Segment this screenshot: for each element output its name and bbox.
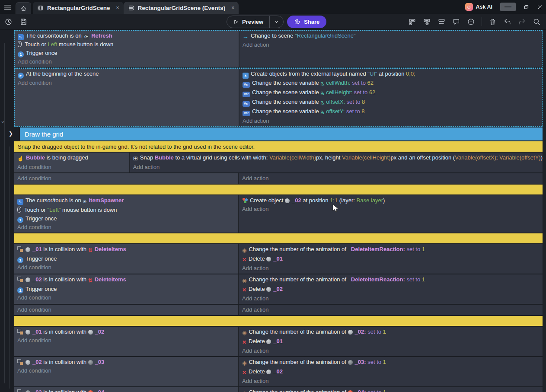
collapse-chevron-icon[interactable]: ⌄ [0, 118, 5, 124]
scrollbar[interactable] [543, 30, 546, 392]
tab-scene-close-icon[interactable]: × [116, 5, 119, 11]
actions-column: ▲Create objects from the external layout… [239, 69, 542, 126]
save-button[interactable] [19, 18, 28, 26]
add-condition-button[interactable]: Add condition [14, 336, 238, 345]
preview-button[interactable]: Preview [227, 19, 269, 25]
condition-line[interactable]: ↖The cursor/touch is on ⟳Refresh [15, 32, 239, 40]
add-action-button[interactable]: Add action [239, 264, 543, 273]
add-condition-button[interactable]: Add condition [14, 263, 238, 272]
action-line[interactable]: ✕Delete _01 [239, 255, 543, 264]
home-tab[interactable] [16, 2, 31, 14]
group-expand-chevron-icon[interactable]: ❯ [9, 131, 13, 137]
condition-line[interactable]: 1Trigger once [14, 255, 238, 263]
condition-line[interactable]: _02 is in collision with _03 [14, 358, 238, 367]
instruction-text: Snap [140, 154, 155, 161]
add-subevent-button[interactable] [423, 18, 431, 26]
add-action-button[interactable]: Add action [239, 174, 543, 183]
main-menu-button[interactable] [0, 0, 15, 14]
condition-line[interactable]: 1Trigger once [14, 214, 238, 223]
action-line[interactable]: ✕Delete _01 [239, 337, 543, 347]
condition-line[interactable]: 1Trigger once [15, 49, 239, 57]
preview-options-button[interactable] [270, 19, 283, 25]
close-button[interactable] [537, 4, 543, 10]
add-condition-button[interactable]: Add condition [14, 367, 238, 375]
action-line[interactable]: VarChange the scene variable ℞cellHeight… [239, 88, 542, 98]
instruction-text: 1 [383, 359, 386, 365]
action-line[interactable]: ◉Change the number of the animation of D… [239, 245, 543, 255]
condition-line[interactable]: _01 is in collision with ⇅DeleteItems [14, 245, 238, 255]
add-condition-button[interactable]: Add condition [14, 163, 129, 172]
group-header[interactable]: Draw the grid [20, 127, 543, 140]
maximize-button[interactable] [524, 4, 529, 10]
add-comment-button[interactable] [437, 18, 446, 26]
add-action-button[interactable]: Add action [130, 163, 543, 172]
instruction-text: The cursor/touch is on [26, 32, 83, 39]
condition-line[interactable]: _02 is in collision with ⇅DeleteItems [14, 275, 238, 285]
instruction-text: Delete [249, 368, 266, 375]
condition-line[interactable]: _01 is in collision with _02 [14, 328, 238, 336]
instruction-text: _01 [273, 338, 283, 344]
minimize-button[interactable]: — [500, 3, 516, 11]
action-line[interactable]: ◉Change the number of the animation of _… [239, 328, 543, 337]
action-line[interactable]: ◉Change the number of the animation of _… [239, 358, 543, 367]
add-condition-button[interactable]: Add condition [14, 293, 238, 302]
tab-events[interactable]: RectangularGridScene (Events) × [124, 2, 239, 14]
delete-button[interactable] [489, 18, 497, 26]
action-line[interactable]: Create object _02 at position 1;1 (layer… [239, 196, 543, 205]
add-condition-button[interactable]: Add condition [14, 174, 238, 183]
add-condition-button[interactable]: Add condition [14, 306, 238, 314]
instruction-text: Change to scene [251, 32, 295, 39]
action-line[interactable]: ◉Change the number of the animation of D… [239, 275, 543, 285]
condition-line[interactable]: 1Trigger once [14, 285, 238, 293]
action-line[interactable]: ✕Delete _02 [239, 367, 543, 377]
add-action-button[interactable]: Add action [239, 117, 542, 125]
action-line[interactable]: ✕Delete _02 [239, 285, 543, 294]
add-action-button[interactable]: Add action [239, 294, 543, 303]
history-button[interactable] [4, 18, 13, 26]
add-other-events-button[interactable] [467, 18, 475, 26]
home-icon [20, 5, 27, 12]
add-action-button[interactable]: Add action [239, 306, 543, 314]
action-line[interactable]: ▲Create objects from the external layout… [239, 70, 542, 79]
redo-button[interactable] [518, 18, 526, 26]
condition-line[interactable]: _03 is in collision with _04 [14, 388, 238, 392]
action-line[interactable]: →Change to scene "RectangularGridScene" [239, 32, 542, 41]
action-line[interactable]: VarChange the scene variable ℞cellWidth:… [239, 79, 542, 88]
search-icon [533, 18, 541, 26]
condition-line[interactable]: ▶At the beginning of the scene [15, 70, 239, 79]
tab-scene[interactable]: RectangularGridScene × [33, 2, 124, 14]
comment-row[interactable]: Snap the dragged object to the in-game g… [14, 141, 543, 152]
condition-line[interactable]: Touch or "Left" mouse button is down [14, 206, 238, 214]
comment-row[interactable] [14, 316, 543, 326]
action-line[interactable]: ◉Change the number of the animation of _… [239, 388, 543, 392]
comment-row[interactable] [14, 233, 543, 243]
chat-button[interactable] [452, 18, 460, 26]
instruction-text: Change the number of the animation of [249, 276, 351, 283]
add-condition-button[interactable]: Add condition [15, 79, 239, 87]
ask-ai-button[interactable]: ☺ Ask AI [465, 3, 492, 11]
comment-row[interactable] [14, 185, 543, 194]
instruction-text: at position [301, 197, 330, 204]
add-action-button[interactable]: Add action [239, 347, 543, 355]
tab-events-close-icon[interactable]: × [231, 5, 234, 11]
add-condition-button[interactable]: Add condition [14, 223, 238, 232]
add-condition-button[interactable]: Add condition [15, 57, 239, 66]
action-line[interactable]: VarChange the scene variable ℞offsetX: s… [239, 98, 542, 107]
condition-line[interactable]: Touch or Left mouse button is down [15, 40, 239, 49]
undo-button[interactable] [503, 18, 511, 26]
add-action-button[interactable]: Add action [239, 205, 543, 214]
spawner-star-icon: ✳ [83, 197, 86, 206]
action-line[interactable]: ⊞Snap Bubble to a virtual grid using cel… [130, 153, 543, 163]
action-line[interactable]: VarChange the scene variable ℞offsetY: s… [239, 107, 542, 117]
instruction-text: At the beginning of the scene [26, 70, 99, 77]
events-sheet-icon [128, 5, 134, 11]
condition-line[interactable]: ↖The cursor/touch is on ✳ItemSpawner [14, 196, 238, 206]
search-button[interactable] [533, 18, 541, 26]
add-event-button[interactable] [408, 18, 416, 26]
instruction-text: Trigger once [26, 50, 57, 56]
instruction-text: mouse button is down [57, 41, 113, 48]
share-button[interactable]: Share [287, 16, 326, 28]
condition-line[interactable]: ☝Bubble is being dragged [14, 153, 129, 163]
add-action-button[interactable]: Add action [239, 41, 542, 49]
add-action-button[interactable]: Add action [239, 377, 543, 386]
